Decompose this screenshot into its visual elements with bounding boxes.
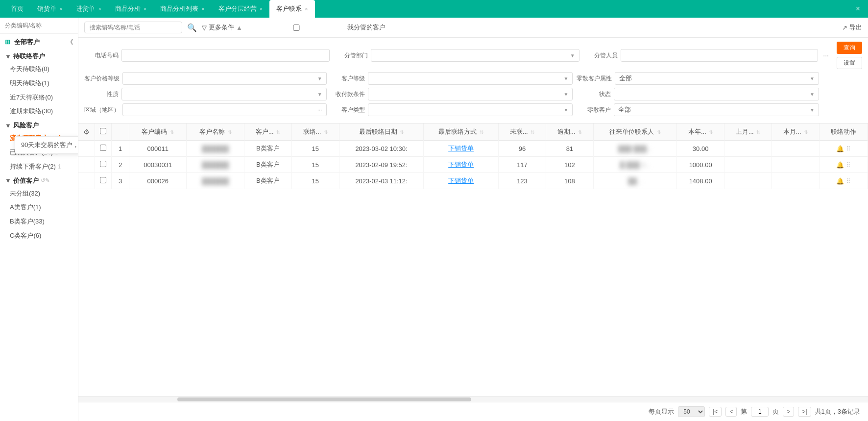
dept-select[interactable]: ▼	[371, 49, 579, 62]
value-refresh-icon[interactable]: ↺	[41, 177, 45, 184]
close-all-tabs[interactable]: ×	[852, 4, 864, 13]
status-select[interactable]: ▼	[614, 88, 819, 100]
row-checkbox[interactable]	[95, 157, 112, 173]
gear-icon[interactable]: ⚙	[83, 128, 90, 136]
row-last-way[interactable]: 下销货单	[424, 157, 499, 173]
all-customers-header[interactable]: ⊞ 全部客户 《	[0, 34, 78, 50]
per-page-select[interactable]: 50 20 100	[678, 406, 705, 417]
price-level-select[interactable]: ▼	[122, 72, 327, 85]
prev-page-btn[interactable]: <	[725, 407, 737, 417]
action-menu-icon[interactable]: ⠿	[846, 161, 851, 169]
sidebar-item-today-contact[interactable]: 今天待联络(0)	[0, 62, 78, 76]
more-conditions-toggle[interactable]: ▽ 更多条件 ▲	[202, 23, 242, 32]
payment-select[interactable]: ▼	[368, 88, 573, 100]
row-last-way[interactable]: 下销货单	[424, 173, 499, 189]
tab-sales-order-close[interactable]: ×	[59, 6, 62, 12]
tab-customer-segmentation[interactable]: 客户分层经营 ×	[212, 0, 269, 18]
action-menu-icon[interactable]: ⠿	[846, 145, 851, 152]
settings-button[interactable]: 设置	[837, 57, 862, 69]
row-action[interactable]: 🔔 ⠿	[819, 173, 868, 189]
my-customers-checkbox[interactable]: 我分管的客户	[247, 23, 386, 32]
row-action[interactable]: 🔔 ⠿	[819, 141, 868, 157]
row-type: B类客户	[244, 173, 291, 189]
sidebar-item-tomorrow-contact[interactable]: 明天待联络(1)	[0, 76, 78, 91]
col-select-all[interactable]	[95, 124, 112, 141]
tab-home[interactable]: 首页	[4, 0, 30, 18]
col-last-month[interactable]: 上月... ⇅	[724, 124, 772, 141]
tab-product-analysis[interactable]: 商品分析 ×	[108, 0, 153, 18]
tab-purchase-order-close[interactable]: ×	[98, 6, 101, 12]
next-page-btn[interactable]: >	[783, 407, 794, 417]
sidebar-item-7days-contact[interactable]: 近7天待联络(0)	[0, 91, 78, 105]
col-type[interactable]: 客户... ⇅	[244, 124, 291, 141]
row-this-month	[772, 173, 819, 189]
col-overdue[interactable]: 逾期... ⇅	[546, 124, 593, 141]
col-no-contact[interactable]: 未联... ⇅	[499, 124, 546, 141]
tab-sales-order[interactable]: 销货单 ×	[30, 0, 69, 18]
sidebar-item-ungrouped[interactable]: 未分组(32)	[0, 187, 78, 201]
section-value-customers[interactable]: ▼ 价值客户 ↺ ✎	[0, 174, 78, 187]
tab-product-analysis-list[interactable]: 商品分析列表 ×	[153, 0, 211, 18]
row-checkbox[interactable]	[95, 173, 112, 189]
horizontal-scrollbar[interactable]	[78, 396, 868, 402]
row-last-way[interactable]: 下销货单	[424, 141, 499, 157]
action-bell-icon[interactable]: 🔔	[836, 161, 844, 169]
value-edit-icon[interactable]: ✎	[45, 177, 49, 184]
sidebar-item-overdue-contact[interactable]: 逾期未联络(30)	[0, 104, 78, 119]
row-overdue: 108	[546, 173, 593, 189]
col-code[interactable]: 客户编码 ⇅	[129, 124, 187, 141]
retail-attr-select[interactable]: 全部 ▼	[615, 72, 819, 85]
tab-customer-segmentation-close[interactable]: ×	[260, 6, 263, 12]
action-menu-icon[interactable]: ⠿	[846, 177, 851, 185]
tab-product-analysis-list-close[interactable]: ×	[201, 6, 204, 12]
manager-select[interactable]	[621, 49, 819, 62]
row-name: ██████	[187, 173, 244, 189]
row-no-contact: 96	[499, 141, 546, 157]
sidebar-item-class-c[interactable]: C类客户(6)	[0, 229, 78, 243]
export-button[interactable]: ↗ 导出	[842, 23, 862, 32]
row-action[interactable]: 🔔 ⠿	[819, 157, 868, 173]
retail-customer-select[interactable]: 全部 ▼	[614, 103, 819, 116]
col-unit-contacts[interactable]: 往来单位联系人 ⇅	[593, 124, 676, 141]
last-page-btn[interactable]: >|	[798, 407, 811, 417]
customer-type-label: 客户类型	[331, 106, 365, 114]
tab-product-analysis-close[interactable]: ×	[144, 6, 146, 12]
declining-info-icon: ℹ	[58, 163, 61, 170]
col-contact[interactable]: 联络... ⇅	[291, 124, 339, 141]
scroll-thumb[interactable]	[177, 397, 471, 401]
sidebar-item-declining[interactable]: 持续下滑客户(2) ℹ	[0, 160, 78, 174]
col-last-way[interactable]: 最后联络方式 ⇅	[424, 124, 499, 141]
row-checkbox[interactable]	[95, 141, 112, 157]
col-settings[interactable]: ⚙	[78, 124, 95, 141]
filter-icon: ▽	[202, 24, 207, 31]
select-all-checkbox[interactable]	[100, 128, 106, 134]
tab-customer-contact[interactable]: 客户联系 ×	[269, 0, 314, 18]
region-select[interactable]: ···	[122, 103, 327, 116]
manager-more[interactable]: ···	[823, 51, 829, 59]
col-this-month[interactable]: 本月... ⇅	[772, 124, 819, 141]
sidebar-item-class-a[interactable]: A类客户(1)	[0, 200, 78, 215]
customer-type-select[interactable]: ▼	[368, 103, 573, 116]
action-bell-icon[interactable]: 🔔	[836, 145, 844, 152]
tab-purchase-order[interactable]: 进货单 ×	[69, 0, 108, 18]
search-input[interactable]	[84, 22, 182, 33]
query-button[interactable]: 查询	[837, 42, 862, 54]
col-last-date[interactable]: 最后联络日期 ⇅	[339, 124, 424, 141]
region-more[interactable]: ···	[317, 106, 322, 113]
col-this-year[interactable]: 本年... ⇅	[677, 124, 724, 141]
first-page-btn[interactable]: |<	[709, 407, 722, 417]
phone-input[interactable]	[121, 49, 330, 62]
search-button[interactable]: 🔍	[187, 23, 197, 32]
nature-select[interactable]: ▼	[121, 88, 327, 100]
sidebar-item-class-b[interactable]: B类客户(33)	[0, 215, 78, 229]
col-name[interactable]: 客户名称 ⇅	[187, 124, 244, 141]
sidebar-search-input[interactable]	[5, 22, 78, 29]
my-customers-check[interactable]	[247, 25, 345, 31]
action-bell-icon[interactable]: 🔔	[836, 177, 844, 185]
section-pending-contact[interactable]: ▼ 待联络客户	[0, 50, 78, 62]
filter-field-status: 状态 ▼	[577, 88, 819, 100]
tab-customer-contact-close[interactable]: ×	[305, 6, 308, 12]
section-risk-customers[interactable]: ▼ 风险客户	[0, 119, 78, 131]
customer-level-select[interactable]: ▼	[368, 72, 573, 85]
page-number-input[interactable]	[751, 407, 769, 417]
